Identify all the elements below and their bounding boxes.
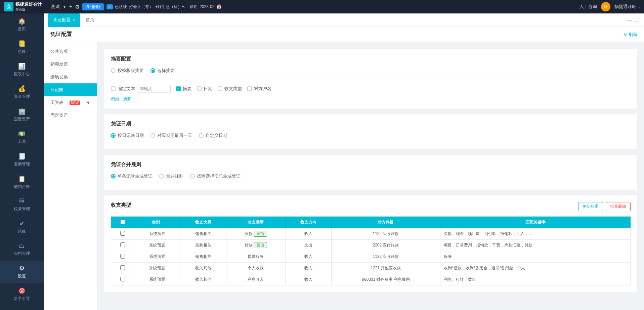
- sidebar-item-新手引导[interactable]: 🎯新手引导: [0, 283, 44, 306]
- merge-radio-按照选择汇总生成凭证[interactable]: 按照选择汇总生成凭证: [190, 173, 241, 179]
- date-radio-按日记账日期[interactable]: 按日记账日期: [111, 132, 144, 139]
- left-menu-item-进项发票[interactable]: 进项发票: [44, 71, 97, 83]
- col-header-2[interactable]: 收支大类: [180, 217, 226, 228]
- row-check-cell[interactable]: [111, 263, 134, 274]
- new-badge: NEW: [70, 101, 80, 105]
- sidebar-item-固定资产[interactable]: 🏢固定资产: [0, 104, 44, 126]
- left-menu-item-销项发票[interactable]: 销项发票: [44, 58, 97, 71]
- left-menu-item-日记账[interactable]: 日记账: [44, 83, 97, 96]
- date-radio-对应期间最后一天[interactable]: 对应期间最后一天: [151, 132, 192, 139]
- sidebar-item-报表中心[interactable]: 📊报表中心: [0, 59, 44, 81]
- merge-radio-合并规则[interactable]: 合并规则: [159, 173, 183, 179]
- summary-checkbox-row: 固定文本✓摘要日期收支类型对方户名: [111, 85, 631, 93]
- checkbox-日期[interactable]: 日期: [197, 86, 212, 92]
- voucher-date-radio-group: 按日记账日期对应期间最后一天自定义日期: [111, 132, 631, 139]
- sidebar-item-结账[interactable]: ✔结账: [0, 216, 44, 238]
- sidebar-item-归档管理[interactable]: 🗂归档管理: [0, 238, 44, 261]
- merge-radio-单条记录生成凭证[interactable]: 单条记录生成凭证: [111, 173, 153, 179]
- row-check-cell[interactable]: [111, 274, 134, 285]
- tab-首页[interactable]: 首页: [80, 13, 100, 27]
- radio-circle: [190, 174, 195, 179]
- left-menu-item-公共选项[interactable]: 公共选项: [44, 45, 97, 58]
- maximize-icon[interactable]: ⛶: [634, 17, 639, 23]
- radio-label: 按模板版摘要: [118, 68, 144, 74]
- col-header-3[interactable]: 收支类型: [226, 217, 285, 228]
- row-checkbox[interactable]: [120, 242, 125, 247]
- fixed-text-input[interactable]: [137, 85, 171, 93]
- sidebar-icon: 💵: [18, 130, 26, 138]
- col-header-1[interactable]: 类别 ↓: [134, 217, 180, 228]
- add-icon[interactable]: +: [69, 4, 72, 10]
- major-cell: 收入其他: [180, 263, 226, 274]
- sidebar-item-进销台账[interactable]: 📋进销台账: [0, 171, 44, 194]
- tab-bar: 凭证配置×首页 — ⛶: [44, 13, 644, 27]
- sidebar-item-设置[interactable]: ⚙设置: [0, 261, 44, 283]
- row-checkbox[interactable]: [120, 265, 125, 270]
- checkbox-box: [197, 86, 202, 91]
- priority-tag[interactable]: 置顶: [254, 231, 267, 237]
- checkbox-对方户名[interactable]: 对方户名: [247, 86, 271, 92]
- update-weight-btn[interactable]: 更新权重: [578, 202, 603, 211]
- sidebar-item-总账[interactable]: 📒总账: [0, 36, 44, 59]
- row-check-cell[interactable]: [111, 240, 134, 251]
- row-checkbox[interactable]: [120, 277, 125, 281]
- consult-btn[interactable]: 人工咨询: [579, 4, 597, 10]
- priority-tag[interactable]: 置顶: [254, 242, 267, 248]
- checkbox-摘要[interactable]: ✓摘要: [176, 86, 191, 92]
- tab-凭证配置[interactable]: 凭证配置×: [48, 13, 80, 27]
- switch-btn[interactable]: 切到旧版: [82, 3, 104, 10]
- direction-cell: 收入: [285, 228, 331, 240]
- row-checkbox[interactable]: [120, 231, 125, 236]
- subject-cell: 1221 其他应收款: [331, 263, 440, 274]
- arrow-icon: ▼: [86, 100, 90, 105]
- sidebar-item-资金管理[interactable]: 💰资金管理: [0, 81, 44, 104]
- checkbox-label: 固定文本: [118, 86, 135, 92]
- radio-circle: [199, 133, 204, 138]
- settings-icon[interactable]: ⚙: [75, 4, 80, 10]
- summary-radio-选择摘要[interactable]: 选择摘要: [151, 68, 175, 74]
- type-cell: 付款 置顶: [226, 240, 285, 251]
- refresh-btn[interactable]: ↻ 刷新: [624, 32, 637, 38]
- checkbox-收支类型[interactable]: 收支类型: [218, 86, 242, 92]
- logo: 会 畅捷通好会计 专业版: [4, 1, 48, 12]
- col-header-4[interactable]: 收支方向: [285, 217, 331, 228]
- check-all[interactable]: [120, 220, 125, 224]
- col-header-6[interactable]: 匹配关键字: [440, 217, 631, 228]
- dropdown-arrow-icon[interactable]: ▼: [62, 4, 67, 9]
- menu-label: 销项发票: [50, 61, 68, 67]
- batch-delete-btn[interactable]: 批量删除: [606, 202, 631, 211]
- sidebar-item-畅会员[interactable]: 👑畅会员: [0, 306, 44, 310]
- table-row: 系统预置 收入其他 利息收入 收入 660301 财务费用 利息费用 利息，行转…: [111, 274, 631, 285]
- minimize-icon[interactable]: —: [627, 17, 632, 23]
- type-cell: 收款 置顶: [226, 228, 285, 240]
- checkbox-固定文本[interactable]: 固定文本: [111, 85, 171, 93]
- tab-label: 首页: [86, 17, 94, 23]
- checkbox-box: [218, 86, 222, 91]
- left-menu-item-工资表[interactable]: 工资表NEW▼: [44, 96, 97, 109]
- app-sub: 专业版: [15, 7, 42, 12]
- calendar-icon[interactable]: 📅: [216, 4, 221, 9]
- summary-radio-按模板版摘要[interactable]: 按模板版摘要: [111, 68, 144, 74]
- type-cell: 个人收款: [226, 263, 285, 274]
- col-header-5[interactable]: 对方科目: [331, 217, 440, 228]
- direction-cell: 收入: [285, 274, 331, 285]
- date-radio-自定义日期[interactable]: 自定义日期: [199, 132, 227, 139]
- left-menu-item-固定资产[interactable]: 固定资产: [44, 109, 97, 122]
- radio-circle: [151, 133, 155, 138]
- tab-close-icon[interactable]: ×: [73, 17, 75, 22]
- checkbox-box: [111, 86, 116, 91]
- sidebar-item-税务管理[interactable]: 🏛税务管理: [0, 194, 44, 216]
- checkbox-label: 对方户名: [254, 86, 271, 92]
- row-check-cell[interactable]: [111, 251, 134, 263]
- sidebar-item-发票管理[interactable]: 🧾发票管理: [0, 149, 44, 171]
- left-menu: 公共选项销项发票进项发票日记账工资表NEW▼固定资产: [44, 42, 97, 310]
- summary-config-section: 摘要配置 按模板版摘要选择摘要 固定文本✓摘要日期收支类型对方户名 例如：摘要: [104, 49, 637, 109]
- row-check-cell[interactable]: [111, 228, 134, 240]
- sidebar-item-首页[interactable]: 🏠首页: [0, 13, 44, 36]
- sidebar-icon: 💰: [18, 85, 26, 92]
- subject-cell: 1122 应收账款: [331, 228, 440, 240]
- row-checkbox[interactable]: [120, 254, 125, 259]
- sidebar-item-工资[interactable]: 💵工资: [0, 126, 44, 149]
- avatar[interactable]: 旺: [601, 2, 610, 11]
- sidebar-label: 进销台账: [14, 184, 30, 190]
